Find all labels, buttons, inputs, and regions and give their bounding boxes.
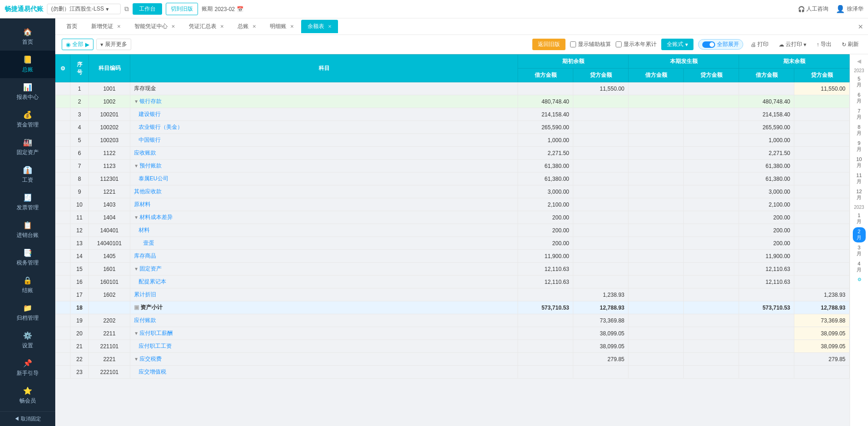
subject-link[interactable]: 固定资产 <box>140 265 162 272</box>
row-cur-debit-cell <box>629 340 684 353</box>
sidebar-item-member[interactable]: ⭐ 畅会员 <box>0 382 55 409</box>
aux-checkbox-input[interactable] <box>570 41 576 47</box>
tab-bar: 首页 新增凭证 ✕ 智能凭证中心 ✕ 凭证汇总表 ✕ 总账 ✕ 明细账 ✕ <box>55 18 868 35</box>
month-4[interactable]: 4月 <box>853 259 866 275</box>
sidebar-item-home[interactable]: 🏠 首页 <box>0 23 55 51</box>
sidebar-item-settings[interactable]: ⚙️ 设置 <box>0 327 55 354</box>
month-2-current[interactable]: 2月 <box>853 227 866 242</box>
tab-home[interactable]: 首页 <box>60 20 84 33</box>
tab-detail[interactable]: 明细账 ✕ <box>263 20 300 33</box>
sidebar-item-capital[interactable]: 💰 资金管理 <box>0 106 55 133</box>
expand-more-button[interactable]: ▾ 展开更多 <box>96 39 131 50</box>
back-to-old-button[interactable]: 返回旧版 <box>532 39 565 50</box>
row-cur-credit-cell <box>684 160 739 173</box>
cloud-print-button[interactable]: ☁ 云打印 ▾ <box>776 39 809 50</box>
tab-voucher-summary-close[interactable]: ✕ <box>220 24 224 29</box>
export-button[interactable]: ↑ 导出 <box>814 39 834 50</box>
row-no-cell: 22 <box>70 353 89 366</box>
month-10[interactable]: 10月 <box>853 155 866 170</box>
row-end-credit-cell <box>794 211 850 224</box>
subject-link[interactable]: 泰属EU公司 <box>139 175 169 182</box>
sidebar-item-purchase[interactable]: 📋 进销台账 <box>0 216 55 244</box>
copy-icon[interactable]: ⧉ <box>124 5 129 13</box>
tab-smart-verify-close[interactable]: ✕ <box>171 24 175 29</box>
subject-link[interactable]: 应付职工薪酬 <box>140 330 173 336</box>
switch-version-button[interactable]: 切到旧版 <box>166 3 198 15</box>
subject-link[interactable]: 应收账款 <box>134 150 156 156</box>
subject-link[interactable]: 农业银行（美金） <box>139 124 183 130</box>
expand-all-toggle[interactable]: 全部展开 <box>698 39 743 50</box>
table-row: 13 14040101 壹蛋 200.00 200.00 <box>56 237 850 250</box>
row-cur-credit-cell <box>684 121 739 134</box>
close-all-tabs[interactable]: ✕ <box>858 23 863 30</box>
show-aux-checkbox[interactable]: 显示辅助核算 <box>570 40 611 48</box>
tab-new-voucher-close[interactable]: ✕ <box>117 24 121 29</box>
month-6[interactable]: 6月 <box>853 91 866 106</box>
sidebar-item-payroll[interactable]: 👔 工资 <box>0 161 55 189</box>
show-ytd-checkbox[interactable]: 显示本年累计 <box>616 40 657 48</box>
tab-balance-close[interactable]: ✕ <box>328 24 332 29</box>
tab-balance[interactable]: 余额表 ✕ <box>301 20 338 33</box>
open-debit-header: 借方金额 <box>518 69 573 82</box>
settings-small-icon[interactable]: ⚙ <box>856 277 862 282</box>
subject-link[interactable]: 预付账款 <box>140 162 162 169</box>
subject-link[interactable]: 应付职工工资 <box>139 343 172 349</box>
subject-link[interactable]: 累计折旧 <box>134 291 156 298</box>
month-11[interactable]: 11月 <box>853 171 866 186</box>
month-1[interactable]: 1月 <box>853 211 866 226</box>
workbench-button[interactable]: 工作台 <box>133 3 162 15</box>
full-mode-button[interactable]: 全账式 ▾ <box>661 39 693 50</box>
sidebar-item-fixed-assets[interactable]: 🏭 固定资产 <box>0 133 55 161</box>
subject-link[interactable]: 原材料 <box>134 201 151 207</box>
month-5[interactable]: 5月 <box>853 75 866 90</box>
filter-all-button[interactable]: ◉ 全部 ▶ <box>62 39 93 50</box>
row-open-debit-cell <box>518 366 573 379</box>
sidebar-item-invoice[interactable]: 🧾 发票管理 <box>0 189 55 216</box>
subject-link[interactable]: 壹蛋 <box>143 240 154 246</box>
subject-link[interactable]: 银行存款 <box>140 98 162 104</box>
tab-voucher-summary[interactable]: 凭证汇总表 ✕ <box>182 20 230 33</box>
table-row: 19 2202 应付账款 73,369.88 73,369.88 <box>56 314 850 327</box>
subject-link[interactable]: 库存商品 <box>134 253 156 259</box>
sidebar-item-archive[interactable]: 📁 归档管理 <box>0 299 55 327</box>
table-row: 18 ▣资产小计 573,710.53 12,788.93 573,710.53… <box>56 301 850 314</box>
ytd-checkbox-input[interactable] <box>616 41 622 47</box>
subject-link[interactable]: 材料 <box>139 227 150 233</box>
settings-column-header[interactable]: ⚙ <box>56 55 70 82</box>
month-12[interactable]: 12月 <box>853 187 866 202</box>
subject-link[interactable]: 应付账款 <box>134 317 156 323</box>
sidebar-item-guide[interactable]: 📌 新手引导 <box>0 354 55 382</box>
sidebar-item-tax[interactable]: 📑 税务管理 <box>0 244 55 271</box>
subject-link[interactable]: 配提累记本 <box>139 278 166 285</box>
subject-link[interactable]: 应交增值税 <box>139 368 166 375</box>
month-3[interactable]: 3月 <box>853 243 866 259</box>
subject-link[interactable]: 应交税费 <box>140 356 162 362</box>
consult-link[interactable]: 🎧 人工咨询 <box>798 5 828 13</box>
company-selector[interactable]: (勿删）江西股生-LSS ▾ <box>47 4 121 14</box>
calendar-icon[interactable]: 📅 <box>237 6 244 12</box>
tab-detail-close[interactable]: ✕ <box>290 24 294 29</box>
sidebar-item-ledger[interactable]: 📒 总账 <box>0 51 55 78</box>
month-9[interactable]: 9月 <box>853 139 866 154</box>
user-area[interactable]: 👤 徐泽华 <box>836 5 863 13</box>
subject-name: 库存现金 <box>134 85 156 92</box>
subject-link[interactable]: 材料成本差异 <box>140 214 173 220</box>
sidebar-item-report[interactable]: 📊 报表中心 <box>0 78 55 106</box>
tab-ledger[interactable]: 总账 ✕ <box>231 20 262 33</box>
month-7[interactable]: 7月 <box>853 107 866 122</box>
subject-link[interactable]: 建设银行 <box>139 111 161 117</box>
print-button[interactable]: 🖨 打印 <box>748 39 771 50</box>
end-debit-header: 借方金额 <box>739 69 794 82</box>
refresh-button[interactable]: ↻ 刷新 <box>839 39 862 50</box>
tab-ledger-close[interactable]: ✕ <box>252 24 256 29</box>
month-8[interactable]: 8月 <box>853 123 866 138</box>
tab-new-voucher[interactable]: 新增凭证 ✕ <box>85 20 127 33</box>
row-end-debit-cell: 61,380.00 <box>739 173 794 185</box>
unpin-button[interactable]: ◀ 取消固定 <box>0 411 55 426</box>
tab-smart-verify[interactable]: 智能凭证中心 ✕ <box>128 20 181 33</box>
subject-link[interactable]: 中国银行 <box>139 137 161 143</box>
subject-link[interactable]: 其他应收款 <box>134 188 162 195</box>
sidebar-item-close[interactable]: 🔒 结账 <box>0 271 55 299</box>
sidebar-expand-arrow[interactable]: ◀ <box>855 56 863 66</box>
row-end-debit-cell: 265,590.00 <box>739 121 794 134</box>
